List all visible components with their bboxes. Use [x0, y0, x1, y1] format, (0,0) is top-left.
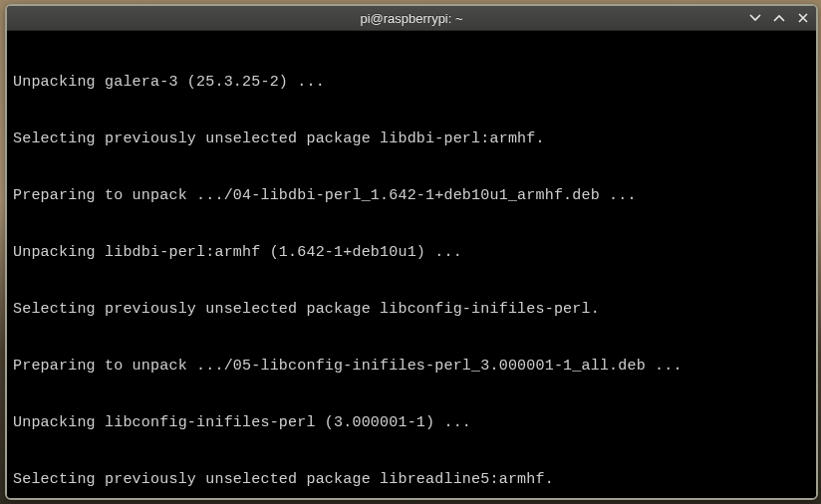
terminal-line: Selecting previously unselected package … [13, 470, 810, 489]
window-controls [748, 6, 810, 30]
terminal-line: Preparing to unpack .../04-libdbi-perl_1… [13, 186, 810, 205]
titlebar[interactable]: pi@raspberrypi: ~ [7, 6, 816, 31]
terminal-line: Preparing to unpack .../05-libconfig-ini… [13, 357, 810, 376]
terminal-line: Selecting previously unselected package … [13, 300, 810, 319]
terminal-line: Unpacking libconfig-inifiles-perl (3.000… [13, 413, 810, 432]
terminal-window: pi@raspberrypi: ~ Unpacking galera-3 (25… [5, 4, 818, 500]
close-icon[interactable] [796, 11, 810, 25]
window-title: pi@raspberrypi: ~ [360, 11, 462, 26]
terminal-line: Unpacking libdbi-perl:armhf (1.642-1+deb… [13, 243, 810, 262]
minimize-icon[interactable] [748, 11, 762, 25]
terminal-line: Selecting previously unselected package … [13, 129, 810, 148]
terminal-line: Unpacking galera-3 (25.3.25-2) ... [13, 73, 810, 92]
terminal-body[interactable]: Unpacking galera-3 (25.3.25-2) ... Selec… [7, 31, 816, 498]
maximize-icon[interactable] [772, 11, 786, 25]
